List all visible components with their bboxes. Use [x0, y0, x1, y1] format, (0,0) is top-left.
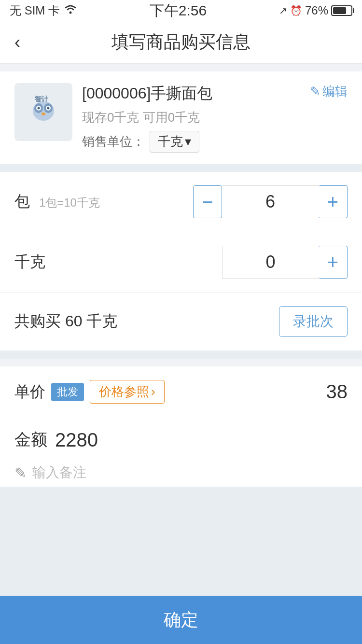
- quantity-section: 包 1包=10千克 − + 千克 +: [0, 172, 362, 293]
- product-logo: 智计: [26, 92, 61, 132]
- status-time: 下午2:56: [150, 1, 207, 21]
- bao-row: 包 1包=10千克 − +: [0, 172, 362, 232]
- price-value: 38: [326, 381, 348, 403]
- product-stock: 现存0千克 可用0千克: [82, 109, 348, 126]
- section-divider-1: [0, 164, 362, 172]
- remark-row[interactable]: ✎ 输入备注: [14, 459, 348, 487]
- svg-point-8: [42, 112, 45, 115]
- bao-qty-control: − +: [193, 185, 348, 218]
- price-row: 单价 批发 价格参照 › 38: [14, 380, 348, 404]
- bao-minus-btn[interactable]: −: [193, 185, 222, 218]
- amount-section: 金额 2280 ✎ 输入备注: [0, 417, 362, 487]
- unit-select[interactable]: 千克 ▾: [150, 131, 199, 153]
- product-unit: 销售单位： 千克 ▾: [82, 131, 348, 153]
- page-title: 填写商品购买信息: [111, 30, 251, 54]
- battery-percent: 76%: [305, 4, 328, 17]
- product-name: [0000006]手撕面包: [82, 83, 212, 104]
- amount-row: 金额 2280: [14, 429, 348, 451]
- svg-point-7: [47, 107, 50, 110]
- bao-plus-btn[interactable]: +: [319, 185, 348, 218]
- status-right: ↗ ⏰ 76%: [279, 4, 352, 17]
- kg-row: 千克 +: [0, 232, 362, 293]
- wifi-icon: [64, 4, 77, 17]
- svg-point-0: [70, 12, 72, 14]
- product-thumbnail: 智计: [14, 83, 72, 141]
- remark-placeholder: 输入备注: [32, 463, 86, 482]
- alarm-icon: ⏰: [290, 5, 302, 16]
- amount-value: 2280: [55, 429, 98, 451]
- confirm-button[interactable]: 确定: [0, 596, 362, 644]
- kg-label: 千克: [14, 252, 222, 273]
- remark-icon: ✎: [14, 464, 27, 481]
- bao-qty-input[interactable]: [222, 185, 319, 218]
- carrier-text: 无 SIM 卡: [10, 3, 60, 18]
- edit-icon: ✎: [310, 84, 320, 99]
- section-divider-2: [0, 351, 362, 359]
- price-section: 单价 批发 价格参照 › 38: [0, 366, 362, 417]
- price-label-row: 单价 批发 价格参照 ›: [14, 380, 165, 404]
- product-info: [0000006]手撕面包 ✎ 编辑 现存0千克 可用0千克 销售单位： 千克 …: [82, 83, 348, 153]
- status-bar: 无 SIM 卡 下午2:56 ↗ ⏰ 76%: [0, 0, 362, 21]
- kg-qty-input[interactable]: [222, 246, 319, 279]
- nav-bar: ‹ 填写商品购买信息: [0, 21, 362, 64]
- bao-sub-label: 1包=10千克: [39, 196, 100, 209]
- kg-qty-control: +: [222, 246, 348, 279]
- kg-plus-btn[interactable]: +: [319, 246, 348, 279]
- amount-label: 金额: [14, 429, 47, 451]
- back-button[interactable]: ‹: [14, 32, 20, 53]
- location-icon: ↗: [279, 5, 287, 16]
- svg-text:智计: 智计: [34, 95, 49, 103]
- battery-icon: [331, 5, 352, 16]
- price-ref-button[interactable]: 价格参照 ›: [90, 380, 165, 404]
- bao-label: 包 1包=10千克: [14, 191, 193, 212]
- confirm-label: 确定: [164, 608, 198, 632]
- total-row: 共购买 60 千克 录批次: [0, 293, 362, 351]
- price-label: 单价: [14, 381, 45, 403]
- batch-tag: 批发: [51, 383, 84, 401]
- total-label: 共购买 60 千克: [14, 311, 117, 332]
- edit-button[interactable]: ✎ 编辑: [310, 83, 348, 100]
- product-card: 智计 [0000006]手撕面包 ✎ 编辑 现存0千克 可用0千克 销售单位： …: [0, 71, 362, 164]
- status-carrier: 无 SIM 卡: [10, 3, 77, 18]
- svg-point-6: [38, 107, 40, 110]
- batch-button[interactable]: 录批次: [279, 306, 348, 337]
